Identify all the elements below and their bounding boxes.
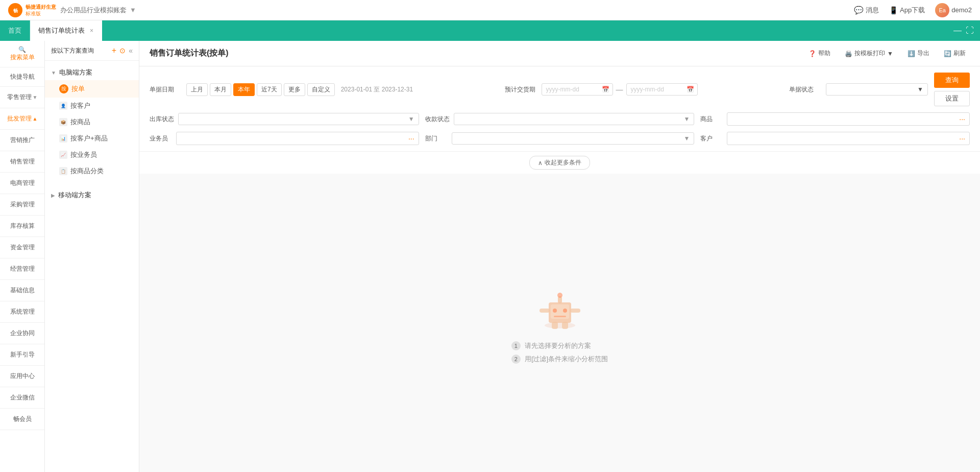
message-icon: 💬 <box>854 6 864 15</box>
btn-custom[interactable]: 自定义 <box>307 83 335 96</box>
date-quick-buttons: 上月 本月 本年 近7天 更多 自定义 <box>186 83 335 96</box>
query-btn-area: 查询 设置 <box>934 73 970 106</box>
expected-date-start[interactable]: yyyy-mm-dd 📅 <box>542 83 613 96</box>
sidebar-item-wechat[interactable]: 企业微信 <box>0 387 44 409</box>
expected-date-range: yyyy-mm-dd 📅 — yyyy-mm-dd 📅 <box>542 83 698 96</box>
settings-scheme-btn[interactable]: ⊙ <box>119 46 126 55</box>
sidebar-search[interactable]: 🔍 搜索菜单 <box>0 41 44 67</box>
refresh-icon: 🔄 <box>944 50 951 57</box>
scheme-group-mobile-header[interactable]: ▶ 移动端方案 <box>45 187 139 203</box>
refresh-btn[interactable]: 🔄 刷新 <box>940 47 970 60</box>
scheme-item-by-category[interactable]: 📋 按商品分类 <box>45 163 139 179</box>
svg-rect-7 <box>554 316 566 317</box>
staff-input[interactable]: ··· <box>176 132 419 145</box>
more-icon: ··· <box>408 134 414 143</box>
receipt-status-select[interactable]: ▼ <box>454 113 695 125</box>
sidebar-item-purchase[interactable]: 采购管理 <box>0 194 44 216</box>
sidebar-item-system[interactable]: 系统管理 <box>0 301 44 323</box>
scheme-item-by-customer[interactable]: 👤 按客户 <box>45 98 139 114</box>
chevron-down-icon: ▼ <box>683 135 690 142</box>
breadcrumb[interactable]: 办公用品行业模拟账套 ▼ <box>60 6 136 15</box>
chevron-down-icon: ▼ <box>683 115 690 123</box>
chevron-up-icon: ▲ <box>33 116 38 122</box>
collapse-more-btn[interactable]: ∧ 收起更多条件 <box>529 156 590 170</box>
btn-last-month[interactable]: 上月 <box>186 83 208 96</box>
empty-tip-1: 1 请先选择要分析的方案 <box>511 341 608 350</box>
phone-icon: 📱 <box>889 6 898 14</box>
btn-last-7-days[interactable]: 近7天 <box>257 83 282 96</box>
tab-home[interactable]: 首页 <box>0 20 30 41</box>
goods-label: 商品 <box>700 115 723 124</box>
collapse-bar: ∧ 收起更多条件 <box>139 151 980 174</box>
sidebar-item-finance[interactable]: 资金管理 <box>0 237 44 258</box>
top-header: 畅 畅捷通好生意 标准版 办公用品行业模拟账套 ▼ 💬 消息 📱 App下载 E… <box>0 0 980 20</box>
sidebar-item-newbie[interactable]: 新手引导 <box>0 344 44 366</box>
customer-col: 客户 ··· <box>700 132 970 145</box>
export-btn[interactable]: ⬇️ 导出 <box>903 47 934 60</box>
customer-input[interactable]: ··· <box>727 132 970 145</box>
scheme-item-by-staff[interactable]: 📈 按业务员 <box>45 147 139 163</box>
user-area[interactable]: Ea demo2 <box>935 3 972 17</box>
out-status-select[interactable]: ▼ <box>178 113 419 125</box>
calendar-icon: 📅 <box>602 86 609 93</box>
scheme-group-pc-header[interactable]: ▼ 电脑端方案 <box>45 65 139 80</box>
help-btn[interactable]: ❓ 帮助 <box>804 47 835 60</box>
add-scheme-btn[interactable]: + <box>112 46 116 55</box>
collapse-scheme-btn[interactable]: « <box>129 46 133 55</box>
receipt-status-label: 收款状态 <box>425 115 450 124</box>
dept-select[interactable]: ▼ <box>452 132 695 145</box>
sidebar-item-member[interactable]: 畅会员 <box>0 409 44 430</box>
goods-col: 商品 ··· <box>700 112 970 126</box>
scheme-panel-actions: + ⊙ « <box>112 46 133 55</box>
goods-input[interactable]: ··· <box>727 112 970 126</box>
tab-close-icon[interactable]: × <box>90 27 93 34</box>
chevron-up-icon: ∧ <box>538 159 543 167</box>
empty-tips: 1 请先选择要分析的方案 2 用[过滤]条件来缩小分析范围 <box>511 341 608 364</box>
scheme-item-by-customer-goods[interactable]: 📊 按客户+商品 <box>45 130 139 147</box>
sidebar-item-wholesale[interactable]: 批发管理 ▲ <box>0 108 44 130</box>
sidebar-item-basic[interactable]: 基础信息 <box>0 280 44 301</box>
print-btn[interactable]: 🖨️ 按模板打印 ▼ <box>841 47 897 60</box>
scheme-icon-cust-goods: 📊 <box>59 134 67 143</box>
expected-date-end[interactable]: yyyy-mm-dd 📅 <box>626 83 698 96</box>
sidebar-item-appstore[interactable]: 应用中心 <box>0 366 44 387</box>
more-icon: ··· <box>959 115 965 123</box>
sidebar-shortcut[interactable]: 快捷导航 <box>0 67 44 87</box>
out-status-col: 出库状态 ▼ <box>150 112 419 126</box>
sidebar-item-operation[interactable]: 经营管理 <box>0 258 44 280</box>
message-btn[interactable]: 💬 消息 <box>854 6 879 15</box>
app-download-btn[interactable]: 📱 App下载 <box>889 6 925 15</box>
settings-btn[interactable]: 设置 <box>934 91 970 106</box>
btn-this-month[interactable]: 本月 <box>210 83 231 96</box>
sidebar-item-retail[interactable]: 零售管理 ▼ <box>0 87 44 108</box>
sidebar-item-ecommerce[interactable]: 电商管理 <box>0 173 44 194</box>
sidebar-item-sales[interactable]: 销售管理 <box>0 151 44 173</box>
scheme-panel: 按以下方案查询 + ⊙ « ▼ 电脑端方案 按 按单 <box>45 41 139 472</box>
svg-rect-10 <box>540 309 550 313</box>
scheme-item-by-goods[interactable]: 📦 按商品 <box>45 114 139 130</box>
receipt-status-col: 收款状态 ▼ <box>425 112 695 126</box>
tab-sales-order-stats[interactable]: 销售订单统计表 × <box>30 20 102 41</box>
header-right: 💬 消息 📱 App下载 Ea demo2 <box>854 3 972 17</box>
chevron-right-icon: ▶ <box>51 193 55 198</box>
btn-this-year[interactable]: 本年 <box>233 83 255 96</box>
minimize-icon[interactable]: — <box>953 26 962 35</box>
query-btn[interactable]: 查询 <box>934 73 970 88</box>
sidebar-item-inventory[interactable]: 库存核算 <box>0 216 44 237</box>
search-icon: 🔍 <box>18 46 26 53</box>
btn-more[interactable]: 更多 <box>284 83 305 96</box>
avatar: Ea <box>935 3 949 17</box>
scheme-icon-staff: 📈 <box>59 151 67 159</box>
sidebar-item-marketing[interactable]: 营销推广 <box>0 130 44 151</box>
page-actions: ❓ 帮助 🖨️ 按模板打印 ▼ ⬇️ 导出 <box>804 47 970 60</box>
chevron-down-icon: ▼ <box>51 70 56 76</box>
scheme-item-by-bill[interactable]: 按 按单 <box>45 80 139 98</box>
export-icon: ⬇️ <box>908 50 915 57</box>
content-area: 按以下方案查询 + ⊙ « ▼ 电脑端方案 按 按单 <box>45 41 980 472</box>
maximize-icon[interactable]: ⛶ <box>966 26 974 35</box>
page-container: 按以下方案查询 + ⊙ « ▼ 电脑端方案 按 按单 <box>45 41 980 472</box>
sidebar-item-enterprise[interactable]: 企业协同 <box>0 323 44 344</box>
filter-area: 单据日期 上月 本月 本年 近7天 更多 自定义 2023-01-01 至 20… <box>139 66 980 151</box>
bill-status-select[interactable]: ▼ <box>826 83 928 96</box>
page-title-row: 销售订单统计表(按单) ❓ 帮助 🖨️ 按模板打印 ▼ <box>150 47 970 60</box>
